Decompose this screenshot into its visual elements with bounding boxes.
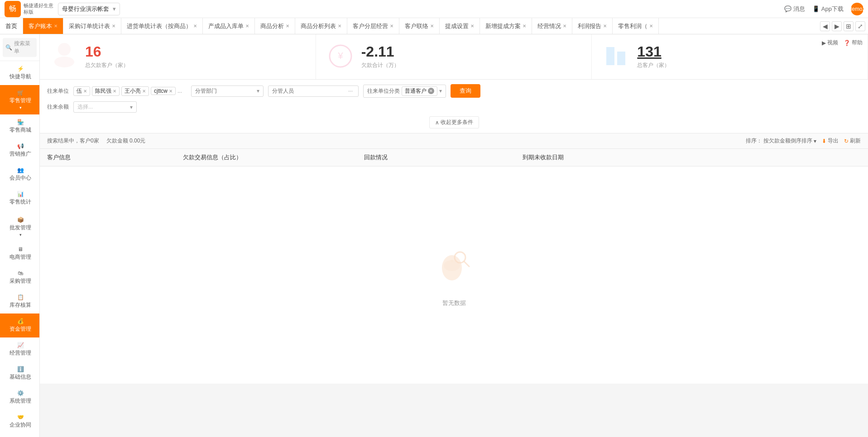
sidebar-item-retail-mall[interactable]: 🏪 零售商城	[0, 114, 39, 138]
unit-class-label: 往来单位分类	[367, 87, 400, 95]
close-icon[interactable]: ✕	[470, 24, 474, 28]
sidebar-item-batch-mgmt[interactable]: 📦 批发管理 ▾	[0, 212, 39, 242]
filter-tag-cjttcw[interactable]: cjttcw ✕	[151, 87, 176, 95]
close-icon[interactable]: ✕	[603, 24, 607, 28]
sidebar-item-base-info[interactable]: ℹ️ 基础信息	[0, 361, 39, 385]
close-icon[interactable]: ✕	[142, 89, 146, 94]
top-bar-right: 💬 消息 📱 App下载 demo2	[784, 3, 863, 15]
close-icon[interactable]: ✕	[193, 24, 197, 28]
message-button[interactable]: 💬 消息	[784, 5, 805, 13]
stats-bar: 16 总欠款客户（家） ¥ -2.11 欠款合计（万）	[40, 34, 868, 80]
close-icon[interactable]: ✕	[54, 24, 58, 28]
sidebar-item-retail-mgmt[interactable]: 🛒 零售管理 ▾	[0, 85, 39, 114]
download-icon: 📱	[812, 5, 820, 12]
tab-operation-status[interactable]: 经营情况 ✕	[532, 18, 572, 34]
tab-retail-profit[interactable]: 零售利润（ ✕	[613, 18, 659, 34]
empty-illustration	[434, 243, 475, 290]
filter-tag-wu[interactable]: 伍 ✕	[73, 86, 90, 96]
data-table: 客户信息 欠款交易信息（占比） 回款情况 到期未收款日期 暂无数据	[40, 149, 868, 384]
stat-label-debt-amount: 欠款合计（万）	[361, 62, 399, 69]
close-icon[interactable]: ✕	[523, 24, 526, 28]
close-icon[interactable]: ✕	[169, 89, 173, 94]
refresh-button[interactable]: ↻ 刷新	[844, 137, 861, 145]
close-icon[interactable]: ✕	[286, 24, 289, 28]
lightning-icon: ⚡	[17, 66, 24, 72]
tab-purchase-order-stats[interactable]: 采购订单统计表 ✕	[63, 18, 121, 34]
dept-select[interactable]: 分管部门 ▾	[191, 86, 264, 97]
unit-class-tag: 普通客户 ✕	[402, 86, 437, 96]
stat-label-debt-customers: 总欠款客户（家）	[85, 62, 129, 69]
filter-more-button[interactable]: ...	[177, 88, 182, 94]
more-options-icon[interactable]: ···	[346, 88, 355, 94]
stat-value-debt-amount: -2.11	[361, 44, 399, 59]
tab-next-button[interactable]: ▶	[832, 21, 842, 31]
sidebar-item-sys-mgmt[interactable]: ⚙️ 系统管理	[0, 385, 39, 409]
video-link[interactable]: ▶ 视频	[822, 39, 838, 47]
remove-unit-class-button[interactable]: ✕	[428, 88, 434, 94]
tab-customer-book[interactable]: 客户账本 ✕	[23, 18, 63, 34]
play-icon: ▶	[822, 40, 826, 46]
collapse-button[interactable]: ∧ 收起更多条件	[429, 116, 479, 128]
sidebar-item-operations[interactable]: 📈 经营管理	[0, 337, 39, 361]
sidebar-item-new-guide[interactable]: 🎯 新手引导	[0, 433, 39, 437]
app-download-button[interactable]: 📱 App下载	[812, 5, 844, 13]
chevron-down-icon: ▾	[19, 105, 22, 110]
org-selector[interactable]: 母婴行业演示帐套 ▾	[58, 3, 120, 15]
close-icon[interactable]: ✕	[563, 24, 566, 28]
chevron-down-icon: ▾	[814, 138, 816, 144]
tab-fullscreen-button[interactable]: ⤢	[855, 21, 865, 31]
chevron-up-icon: ∧	[435, 119, 439, 126]
person-select[interactable]: 分管人员 ···	[268, 86, 359, 97]
tab-inbound-stats[interactable]: 进货单统计表（按商品） ✕	[121, 18, 203, 34]
close-icon[interactable]: ✕	[113, 89, 116, 94]
avatar[interactable]: demo2	[851, 3, 863, 15]
tab-expand-button[interactable]: ⊞	[844, 21, 854, 31]
tab-prev-button[interactable]: ◀	[820, 21, 830, 31]
export-button[interactable]: ⬇ 导出	[822, 137, 839, 145]
svg-rect-5	[617, 52, 625, 65]
unit-class-select[interactable]: 往来单位分类 普通客户 ✕ ▾	[363, 85, 446, 98]
handshake-icon: 🤝	[17, 414, 24, 420]
close-icon[interactable]: ✕	[430, 24, 434, 28]
filter-tag-wang[interactable]: 王小亮 ✕	[121, 86, 149, 96]
sidebar-item-quick-nav[interactable]: ⚡ 快捷导航	[0, 61, 39, 85]
search-menu-button[interactable]: 🔍 搜索菜单	[3, 38, 37, 57]
tab-customer-tier[interactable]: 客户分层经营 ✕	[347, 18, 399, 34]
sort-select[interactable]: 排序： 按欠款金额倒序排序 ▾	[746, 137, 816, 145]
close-icon[interactable]: ✕	[112, 24, 115, 28]
close-icon[interactable]: ✕	[338, 24, 341, 28]
tab-reminder-settings[interactable]: 提成设置 ✕	[440, 18, 480, 34]
sidebar-item-finance[interactable]: 💰 资金管理	[0, 314, 39, 337]
filter-tag-chen[interactable]: 陈民强 ✕	[92, 86, 120, 96]
close-icon[interactable]: ✕	[390, 24, 393, 28]
stat-value-total-customers: 131	[637, 44, 670, 59]
tab-profit-report[interactable]: 利润报告 ✕	[572, 18, 613, 34]
tab-home[interactable]: 首页	[0, 18, 23, 34]
tab-new-reminder-plan[interactable]: 新增提成方案 ✕	[480, 18, 532, 34]
shopping-icon: 🛍	[18, 270, 23, 276]
svg-rect-4	[606, 47, 614, 65]
tab-product-analysis-list[interactable]: 商品分析列表 ✕	[295, 18, 347, 34]
svg-line-9	[464, 261, 469, 266]
query-button[interactable]: 查询	[451, 84, 480, 98]
sidebar-item-member-center[interactable]: 👥 会员中心	[0, 162, 39, 186]
tab-customer-contact[interactable]: 客户联络 ✕	[399, 18, 440, 34]
tab-product-analysis[interactable]: 商品分析 ✕	[255, 18, 295, 34]
close-icon[interactable]: ✕	[649, 24, 653, 28]
close-icon[interactable]: ✕	[245, 24, 249, 28]
sidebar-item-enterprise-collab[interactable]: 🤝 企业协同	[0, 409, 39, 433]
balance-select[interactable]: 选择... ▾	[73, 101, 137, 113]
stat-icon-customers	[51, 40, 78, 73]
sidebar-item-purchase[interactable]: 🛍 采购管理	[0, 266, 39, 290]
tab-product-inbound[interactable]: 产成品入库单 ✕	[203, 18, 255, 34]
sidebar-item-retail-stats[interactable]: 📊 零售统计	[0, 186, 39, 210]
message-icon: 💬	[784, 5, 791, 12]
sidebar-item-ecommerce[interactable]: 🖥 电商管理	[0, 242, 39, 266]
sidebar-item-marketing[interactable]: 📢 营销推广	[0, 138, 39, 162]
help-link[interactable]: ❓ 帮助	[844, 39, 863, 47]
close-icon[interactable]: ✕	[83, 89, 87, 94]
stat-icon-debt: ¥	[327, 43, 354, 71]
col-repayment: 回款情况	[364, 153, 523, 162]
sidebar-item-inventory[interactable]: 📋 库存核算	[0, 290, 39, 314]
cart-icon: 🛒	[17, 90, 24, 96]
